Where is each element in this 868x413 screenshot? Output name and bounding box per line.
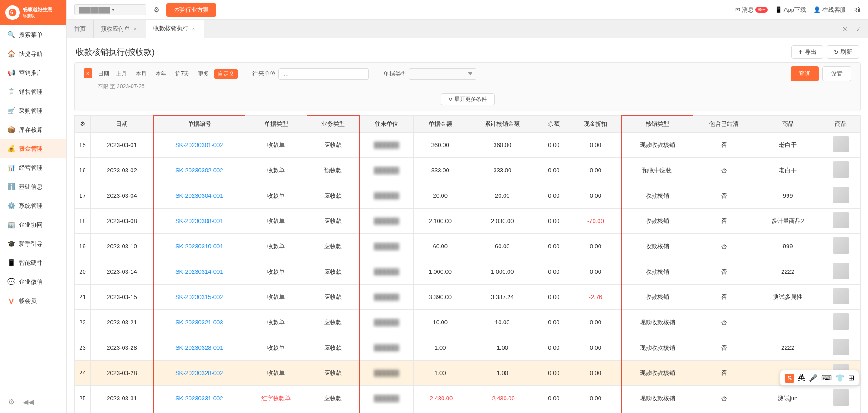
app-download-item[interactable]: 📱 App下载 bbox=[775, 6, 806, 14]
tab-pre-payment-close[interactable]: × bbox=[132, 26, 138, 32]
this-year-tab[interactable]: 本年 bbox=[152, 69, 170, 79]
sidebar-item-operation[interactable]: 📊 经营管理 bbox=[0, 158, 66, 177]
sidebar-item-hardware[interactable]: 📱 智能硬件 bbox=[0, 253, 66, 272]
custom-tab[interactable]: 自定义 bbox=[214, 69, 238, 79]
mic-icon[interactable]: 🎤 bbox=[809, 374, 818, 382]
user-info[interactable]: Rit bbox=[853, 6, 861, 14]
th-gear[interactable]: ⚙ bbox=[75, 115, 91, 133]
tab-home[interactable]: 首页 bbox=[67, 20, 94, 38]
th-total-writeoff: 累计核销金额 bbox=[467, 115, 538, 133]
cell-date: 2023-03-08 bbox=[91, 209, 153, 234]
cell-biz-type: 应收款 bbox=[307, 361, 359, 386]
chevron-down-icon: ∨ bbox=[448, 96, 453, 103]
tab-bar: 首页 预收应付单 × 收款核销执行 × ✕ ⤢ bbox=[67, 20, 868, 38]
gear-button[interactable]: ⚙ bbox=[150, 4, 163, 16]
grid-icon[interactable]: ⊞ bbox=[848, 374, 854, 382]
cell-voucher-no[interactable]: SK-20230403-002 bbox=[153, 411, 245, 413]
filter-expand-arrow[interactable]: » bbox=[84, 68, 92, 78]
cell-writeoff-type: 预收中应收 bbox=[622, 158, 693, 183]
voucher-type-select[interactable] bbox=[409, 68, 476, 80]
cell-voucher-no[interactable]: SK-20230321-003 bbox=[153, 310, 245, 335]
workspace-selector[interactable]: ████████ ▾ bbox=[74, 4, 146, 15]
cell-voucher-no[interactable]: SK-20230310-001 bbox=[153, 234, 245, 259]
tab-home-label: 首页 bbox=[74, 25, 86, 33]
search-icon: 🔍 bbox=[7, 31, 15, 39]
cell-voucher-no[interactable]: SK-20230308-001 bbox=[153, 209, 245, 234]
expand-more-btn[interactable]: ∨ 展开更多条件 bbox=[441, 93, 495, 105]
cell-total-writeoff: 3,387.24 bbox=[467, 285, 538, 310]
cell-date: 2023-04-03 bbox=[91, 411, 153, 413]
cell-include-settled: 否 bbox=[693, 310, 755, 335]
date-label: 日期 bbox=[98, 70, 109, 78]
table-header-row: ⚙ 日期 单据编号 单据类型 业务类型 往来单位 单据金额 累计核销金额 余额 … bbox=[75, 115, 861, 133]
cell-date: 2023-03-31 bbox=[91, 386, 153, 411]
counterpart-filter: 往来单位 bbox=[252, 68, 369, 80]
message-icon: ✉ bbox=[735, 6, 740, 13]
sidebar-item-marketing[interactable]: 📢 营销推广 bbox=[0, 63, 66, 82]
keyboard-icon[interactable]: ⌨ bbox=[821, 374, 832, 382]
cell-biz-type: 应收款 bbox=[307, 285, 359, 310]
cell-voucher-no[interactable]: SK-20230304-001 bbox=[153, 183, 245, 209]
cell-product: 老白干 bbox=[755, 133, 821, 158]
sidebar-item-system[interactable]: ⚙️ 系统管理 bbox=[0, 196, 66, 215]
cell-voucher-no[interactable]: SK-20230331-002 bbox=[153, 386, 245, 411]
wechat-icon: 💬 bbox=[7, 278, 15, 286]
cell-balance: 0.00 bbox=[538, 361, 570, 386]
sidebar-item-inventory[interactable]: 📦 库存核算 bbox=[0, 120, 66, 139]
home-icon: 🏠 bbox=[7, 50, 15, 58]
cell-counterpart: ██████ bbox=[359, 285, 414, 310]
cell-voucher-no[interactable]: SK-20230328-002 bbox=[153, 361, 245, 386]
cell-voucher-no[interactable]: SK-20230314-001 bbox=[153, 259, 245, 285]
sidebar-item-basic[interactable]: ℹ️ 基础信息 bbox=[0, 177, 66, 196]
cell-no: 24 bbox=[75, 361, 91, 386]
cell-writeoff-type: 现款收款核销 bbox=[622, 386, 693, 411]
sidebar-item-search[interactable]: 🔍 搜索菜单 bbox=[0, 25, 66, 44]
online-service-item[interactable]: 👤 在线客服 bbox=[813, 6, 846, 14]
sidebar-item-sales[interactable]: 📋 销售管理 bbox=[0, 82, 66, 101]
cell-voucher-no[interactable]: SK-20230315-002 bbox=[153, 285, 245, 310]
tab-pre-payment[interactable]: 预收应付单 × bbox=[94, 20, 146, 38]
last-7-days-tab[interactable]: 近7天 bbox=[172, 69, 193, 79]
cell-product-img bbox=[821, 158, 860, 183]
counterpart-input[interactable] bbox=[278, 68, 369, 80]
cell-writeoff-type: 收款核销 bbox=[622, 285, 693, 310]
refresh-button[interactable]: ↻ 刷新 bbox=[827, 45, 859, 59]
cell-voucher-type: 收款单 bbox=[245, 285, 307, 310]
collapse-icon[interactable]: ◀◀ bbox=[22, 395, 35, 408]
th-writeoff-type: 核销类型 bbox=[622, 115, 693, 133]
svg-text:6: 6 bbox=[10, 10, 13, 15]
tab-collection-exec-close[interactable]: × bbox=[190, 25, 197, 32]
export-button[interactable]: ⬆ 导出 bbox=[791, 45, 823, 59]
skin-icon[interactable]: 👕 bbox=[835, 374, 844, 382]
this-month-tab[interactable]: 本月 bbox=[132, 69, 150, 79]
cell-date: 2023-03-21 bbox=[91, 310, 153, 335]
english-icon[interactable]: 英 bbox=[798, 373, 805, 383]
more-tab[interactable]: 更多 bbox=[194, 69, 212, 79]
sogou-icon[interactable]: S bbox=[785, 374, 794, 383]
cell-voucher-no[interactable]: SK-20230301-002 bbox=[153, 133, 245, 158]
tab-close-all-icon[interactable]: ✕ bbox=[839, 23, 851, 35]
query-button[interactable]: 查询 bbox=[791, 66, 819, 81]
settings-icon[interactable]: ⚙ bbox=[5, 395, 18, 408]
cell-voucher-no[interactable]: SK-20230328-001 bbox=[153, 335, 245, 361]
cell-date: 2023-03-28 bbox=[91, 335, 153, 361]
chevron-down-icon: ▾ bbox=[112, 6, 115, 13]
settings-button[interactable]: 设置 bbox=[822, 66, 851, 81]
last-month-tab[interactable]: 上月 bbox=[112, 69, 130, 79]
tab-maximize-icon[interactable]: ⤢ bbox=[853, 23, 864, 35]
sidebar-item-quick-nav[interactable]: 🏠 快捷导航 bbox=[0, 44, 66, 63]
sidebar-item-member[interactable]: V 畅会员 bbox=[0, 291, 66, 310]
sidebar-item-wechat[interactable]: 💬 企业微信 bbox=[0, 272, 66, 291]
header-left: ████████ ▾ ⚙ 体验行业方案 bbox=[74, 3, 730, 17]
cell-voucher-no[interactable]: SK-20230302-002 bbox=[153, 158, 245, 183]
sidebar-item-guide[interactable]: 🎓 新手引导 bbox=[0, 234, 66, 253]
sidebar-item-corp[interactable]: 🏢 企业协同 bbox=[0, 215, 66, 234]
sidebar-item-finance[interactable]: 💰 资金管理 bbox=[0, 139, 66, 158]
sidebar-item-purchase[interactable]: 🛒 采购管理 bbox=[0, 101, 66, 120]
message-item[interactable]: ✉ 消息 99+ bbox=[735, 6, 768, 14]
tab-collection-exec[interactable]: 收款核销执行 × bbox=[146, 20, 204, 38]
floating-toolbar: S 英 🎤 ⌨ 👕 ⊞ bbox=[780, 370, 859, 386]
cell-balance: 0.00 bbox=[538, 158, 570, 183]
cell-cash-discount: 0.00 bbox=[570, 411, 622, 413]
solution-button[interactable]: 体验行业方案 bbox=[166, 3, 216, 17]
